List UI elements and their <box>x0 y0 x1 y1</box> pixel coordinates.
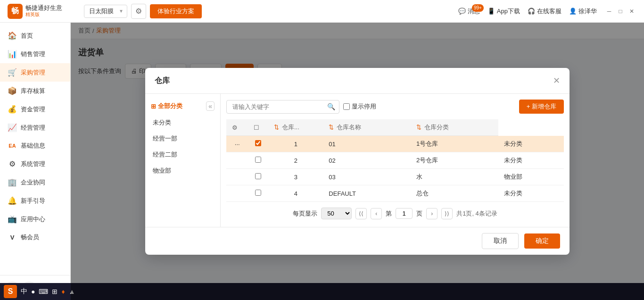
sidebar: 🏠 首页 📊 销售管理 🛒 采购管理 📦 库存核算 💰 资金管理 📈 经营管理 … <box>0 23 71 300</box>
maximize-button[interactable]: □ <box>616 7 625 16</box>
store-select-wrap[interactable]: 日太阳膜 ▼ <box>84 5 127 18</box>
page-prev-button[interactable]: ‹ <box>371 208 382 219</box>
row-gear-cell: ··· <box>226 136 248 152</box>
taskbar-s-icon[interactable]: S <box>4 285 17 298</box>
win-controls: ─ □ ✕ <box>604 7 636 16</box>
category-item-unclassified[interactable]: 未分类 <box>145 115 220 131</box>
row-check-cell[interactable] <box>248 136 268 152</box>
warehouse-table-body: ··· 1 01 1号仓库 未分类 2 02 2号仓库 未分类 3 03 水 物… <box>226 136 564 202</box>
row-code-cell: DEFAULT <box>323 185 411 202</box>
table-row[interactable]: 4 DEFAULT 总仓 未分类 <box>226 185 564 202</box>
taskbar-diamond-icon[interactable]: ♦ <box>61 288 65 295</box>
enterprise-icon: 🏢 <box>8 178 17 187</box>
logo-area: 畅 畅捷通好生意 精英版 <box>8 4 78 19</box>
logo-sub: 精英版 <box>25 11 62 18</box>
sidebar-item-apps[interactable]: 📺 应用中心 <box>0 210 70 228</box>
sidebar-item-basic-info[interactable]: EA 基础信息 <box>0 137 70 155</box>
basic-info-icon: EA <box>8 143 17 149</box>
top-header: 畅 畅捷通好生意 精英版 日太阳膜 ▼ ⚙ 体验行业方案 💬 消息 99+ 📱 … <box>0 0 644 23</box>
table-row[interactable]: 2 02 2号仓库 未分类 <box>226 152 564 169</box>
sidebar-item-membership[interactable]: V 畅会员 <box>0 228 70 246</box>
gear-button[interactable]: ⚙ <box>131 4 146 19</box>
row-cat-cell: 未分类 <box>498 136 564 152</box>
finance-icon: 💰 <box>8 105 17 114</box>
modal-overlay: 仓库 ✕ ⊞ 全部分类 « 未分类 经营一部 <box>71 23 644 300</box>
inventory-icon: 📦 <box>8 86 17 95</box>
search-icon[interactable]: 🔍 <box>327 103 335 110</box>
cancel-button[interactable]: 取消 <box>482 233 519 249</box>
page-size-select[interactable]: 50 <box>321 208 352 219</box>
sort-cat-icon: ⇅ <box>416 124 421 131</box>
row-code-cell: 03 <box>323 169 411 185</box>
online-service-button[interactable]: 🎧 在线客服 <box>528 7 561 16</box>
username-label: 徐泽华 <box>578 7 597 16</box>
show-disabled-checkbox[interactable] <box>343 103 350 110</box>
sidebar-item-management[interactable]: 📈 经营管理 <box>0 118 70 137</box>
taskbar-dot-icon[interactable]: ● <box>31 288 35 295</box>
grid-icon: ⊞ <box>151 103 156 110</box>
sidebar-item-finance[interactable]: 💰 资金管理 <box>0 100 70 118</box>
page-last-button[interactable]: ⟩⟩ <box>441 208 453 219</box>
purchase-icon: 🛒 <box>8 68 17 77</box>
col-gear-header: ⚙ <box>226 119 248 136</box>
taskbar-keyboard-icon[interactable]: ⌨ <box>39 288 48 295</box>
row-check-cell[interactable] <box>248 169 268 185</box>
category-item-property[interactable]: 物业部 <box>145 163 220 179</box>
chevron-down-icon: ▼ <box>119 8 124 14</box>
app-download-button[interactable]: 📱 App下载 <box>487 7 520 16</box>
row-gear-cell <box>226 152 248 169</box>
row-cat-cell: 未分类 <box>498 152 564 169</box>
col-code-header: ⇅ 仓库... <box>268 119 323 136</box>
page-first-button[interactable]: ⟨⟨ <box>355 208 367 219</box>
user-avatar[interactable]: 👤 徐泽华 <box>569 7 597 16</box>
sidebar-item-system[interactable]: ⚙ 系统管理 <box>0 155 70 173</box>
sidebar-item-sales[interactable]: 📊 销售管理 <box>0 45 70 63</box>
sales-icon: 📊 <box>8 50 17 58</box>
modal-close-button[interactable]: ✕ <box>553 75 560 86</box>
phone-icon: 📱 <box>487 8 495 15</box>
sidebar-item-guide[interactable]: 🔔 新手引导 <box>0 192 70 210</box>
minimize-button[interactable]: ─ <box>604 7 614 16</box>
modal-body: ⊞ 全部分类 « 未分类 经营一部 经营二部 物业部 <box>145 94 570 227</box>
category-item-dept1[interactable]: 经营一部 <box>145 131 220 147</box>
row-gear-cell <box>226 169 248 185</box>
row-code-cell: 01 <box>323 136 411 152</box>
headset-icon: 🎧 <box>528 8 535 15</box>
window-close-button[interactable]: ✕ <box>627 7 636 16</box>
show-disabled-label: 显示停用 <box>343 102 376 111</box>
row-check-cell[interactable] <box>248 152 268 169</box>
header-center: 日太阳膜 ▼ ⚙ 体验行业方案 <box>84 4 453 19</box>
category-item-dept2[interactable]: 经营二部 <box>145 147 220 163</box>
row-cat-cell: 未分类 <box>498 185 564 202</box>
table-row[interactable]: ··· 1 01 1号仓库 未分类 <box>226 136 564 152</box>
page-next-button[interactable]: › <box>426 208 438 219</box>
sidebar-item-home[interactable]: 🏠 首页 <box>0 26 70 45</box>
add-warehouse-button[interactable]: + 新增仓库 <box>519 100 564 114</box>
col-check-header: ☐ <box>248 119 268 136</box>
search-input[interactable] <box>231 100 327 113</box>
row-cat-cell: 物业部 <box>498 169 564 185</box>
confirm-button[interactable]: 确定 <box>524 233 560 249</box>
taskbar-grid-icon[interactable]: ⊞ <box>52 288 58 295</box>
search-input-wrap: 🔍 <box>226 100 339 114</box>
row-num-cell: 1 <box>268 136 323 152</box>
row-check-cell[interactable] <box>248 185 268 202</box>
modal-title: 仓库 <box>155 76 170 86</box>
taskbar-zh-icon[interactable]: 中 <box>21 287 27 296</box>
apps-icon: 📺 <box>8 215 17 224</box>
sidebar-item-inventory[interactable]: 📦 库存核算 <box>0 82 70 100</box>
system-icon: ⚙ <box>8 159 17 168</box>
page-number-input[interactable] <box>396 208 413 219</box>
row-gear-cell <box>226 185 248 202</box>
row-num-cell: 3 <box>268 169 323 185</box>
home-icon: 🏠 <box>8 31 17 40</box>
collapse-panel-button[interactable]: « <box>206 101 215 111</box>
try-industry-button[interactable]: 体验行业方案 <box>150 4 202 18</box>
main-layout: 🏠 首页 📊 销售管理 🛒 采购管理 📦 库存核算 💰 资金管理 📈 经营管理 … <box>0 23 644 300</box>
table-header: ⚙ ☐ ⇅ 仓库... ⇅ 仓库名称 <box>226 119 564 136</box>
sidebar-item-purchase[interactable]: 🛒 采购管理 <box>0 63 70 82</box>
row-name-cell: 1号仓库 <box>411 136 498 152</box>
notification-button[interactable]: 💬 消息 99+ <box>458 7 480 16</box>
sidebar-item-enterprise[interactable]: 🏢 企业协同 <box>0 173 70 192</box>
table-row[interactable]: 3 03 水 物业部 <box>226 169 564 185</box>
